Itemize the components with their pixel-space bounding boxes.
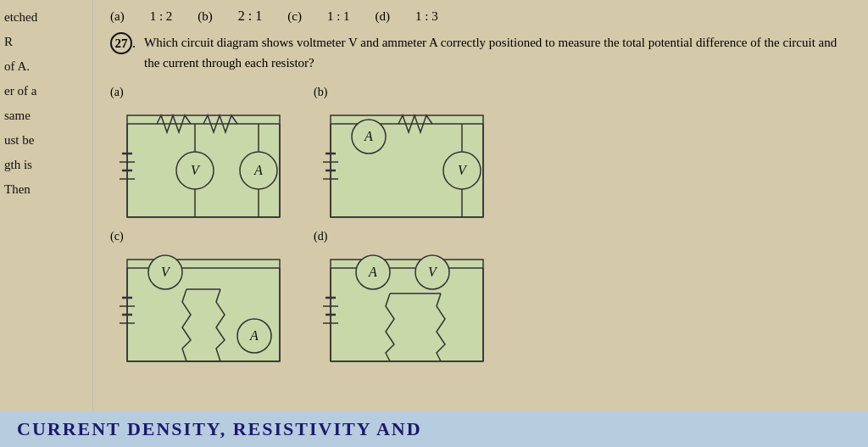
option-a-value: 1 : 2 [150, 9, 173, 24]
sidebar-text-2: R [4, 33, 88, 51]
diagram-a-svg: V A [110, 103, 288, 234]
sidebar-text-5: same [4, 107, 88, 125]
diagram-a-label: (a) [110, 86, 124, 99]
diagram-d-label: (d) [314, 230, 327, 243]
option-b-value: 2 : 1 [238, 8, 262, 24]
option-d-value: 1 : 3 [415, 9, 438, 24]
main-content: (a) 1 : 2 (b) 2 : 1 (c) 1 : 1 (d) 1 : 3 … [93, 0, 868, 447]
bottom-text: CURRENT DENSITY, RESISTIVITY AND [17, 418, 422, 439]
diagram-b: (b) [314, 86, 492, 234]
sidebar-text-7: gth is [4, 156, 88, 174]
diagram-d-svg: A V [314, 247, 492, 378]
option-b-label: (b) [198, 9, 213, 24]
question-block: 27. Which circuit diagram shows voltmete… [110, 32, 851, 73]
svg-text:A: A [364, 129, 373, 143]
left-sidebar: etched R of A. er of a same ust be gth i… [0, 0, 93, 447]
sidebar-text-6: ust be [4, 131, 88, 149]
question-text: Which circuit diagram shows voltmeter V … [144, 32, 851, 73]
diagrams-row-2: (c) [110, 230, 851, 378]
diagram-b-label: (b) [314, 86, 327, 99]
diagram-a: (a) [110, 86, 288, 234]
question-number: 27. [110, 32, 136, 73]
option-a-label: (a) [110, 9, 125, 24]
option-d-label: (d) [376, 9, 391, 24]
diagram-c-svg: V A [110, 247, 288, 378]
option-c-value: 1 : 1 [327, 9, 350, 24]
option-c-label: (c) [287, 9, 302, 24]
svg-text:A: A [368, 265, 377, 279]
diagrams-row: (a) [110, 86, 851, 234]
sidebar-text-4: er of a [4, 82, 88, 100]
sidebar-text-1: etched [4, 8, 88, 26]
circle-number: 27 [110, 32, 132, 54]
diagram-c-label: (c) [110, 230, 124, 243]
svg-rect-53 [331, 260, 483, 361]
sidebar-text-8: Then [4, 181, 88, 198]
top-options: (a) 1 : 2 (b) 2 : 1 (c) 1 : 1 (d) 1 : 3 [110, 8, 851, 24]
svg-text:A: A [249, 328, 259, 343]
diagram-d: (d) [314, 230, 492, 378]
page: etched R of A. er of a same ust be gth i… [0, 0, 868, 447]
diagram-b-svg: A V [314, 103, 492, 234]
diagram-c: (c) [110, 230, 288, 378]
sidebar-text-3: of A. [4, 58, 88, 75]
bottom-bar: CURRENT DENSITY, RESISTIVITY AND [0, 411, 868, 447]
svg-text:A: A [253, 163, 263, 177]
